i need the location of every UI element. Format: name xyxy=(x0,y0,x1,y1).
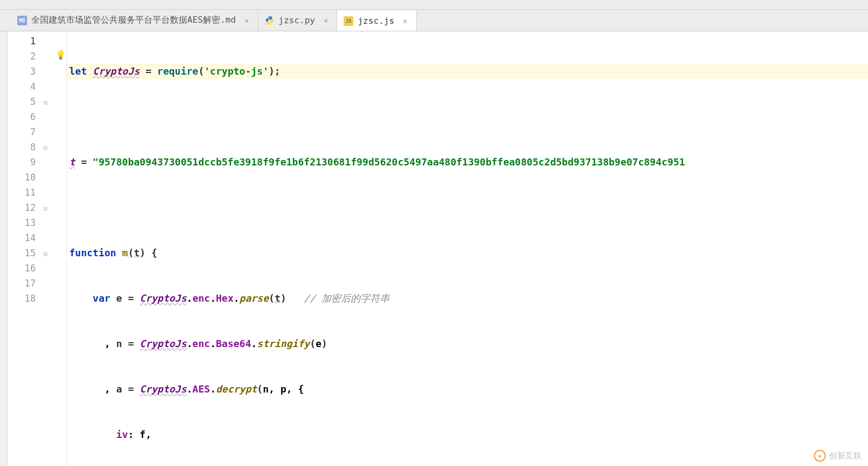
top-toolbar xyxy=(0,0,868,10)
line-number[interactable]: 12 xyxy=(8,200,40,215)
line-number[interactable]: 2 xyxy=(8,49,40,64)
line-number[interactable]: 4 xyxy=(8,79,40,94)
line-number[interactable]: 5 xyxy=(8,94,40,109)
line-number[interactable]: 15 xyxy=(8,245,40,261)
fold-marker-icon[interactable]: ⊟ xyxy=(42,201,49,208)
line-number[interactable]: 18 xyxy=(8,291,40,306)
line-number[interactable]: 8 xyxy=(8,139,40,155)
javascript-icon: JS xyxy=(344,16,353,26)
fold-marker-icon[interactable]: ⊟ xyxy=(42,247,49,253)
fold-marker-icon[interactable]: ⊟ xyxy=(42,141,49,147)
code-line xyxy=(67,109,868,124)
tab-label: 全国建筑市场监管公共服务平台平台数据AES解密.md xyxy=(31,15,236,26)
code-line: let CryptoJs = require('crypto-js'); xyxy=(67,64,868,79)
tabs-bar: MD 全国建筑市场监管公共服务平台平台数据AES解密.md × jzsc.py … xyxy=(0,10,868,31)
tab-md-file[interactable]: MD 全国建筑市场监管公共服务平台平台数据AES解密.md × xyxy=(11,10,258,31)
code-line: var e = CryptoJs.enc.Hex.parse(t) // 加密后… xyxy=(67,291,868,306)
intention-bulb-icon[interactable]: 💡 xyxy=(55,48,66,63)
line-number[interactable]: 9 xyxy=(8,155,40,170)
code-line: , n = CryptoJs.enc.Base64.stringify(e) xyxy=(67,336,868,351)
editor-container: 1 2 3 4 5 6 7 8 9 10 11 12 13 14 15 16 1… xyxy=(0,31,868,466)
close-icon[interactable]: × xyxy=(321,16,330,25)
line-number[interactable]: 7 xyxy=(8,124,40,139)
markdown-icon: MD xyxy=(17,16,27,25)
code-line: iv: f, xyxy=(67,427,868,442)
line-number[interactable]: 14 xyxy=(8,230,40,245)
code-line: , a = CryptoJs.AES.decrypt(n, p, { xyxy=(67,382,868,397)
code-line xyxy=(67,200,868,215)
code-line: function m(t) { xyxy=(67,245,868,261)
line-number[interactable]: 16 xyxy=(8,261,40,276)
watermark-text: 创新互联 xyxy=(829,451,862,461)
close-icon[interactable]: × xyxy=(242,16,251,25)
line-number[interactable]: 1 xyxy=(8,34,40,49)
line-number[interactable]: 3 xyxy=(8,64,40,79)
line-number[interactable]: 11 xyxy=(8,185,40,200)
line-number[interactable]: 10 xyxy=(8,170,40,185)
code-line: t = "95780ba0943730051dccb5fe3918f9fe1b6… xyxy=(67,155,868,170)
line-number-gutter: 1 2 3 4 5 6 7 8 9 10 11 12 13 14 15 16 1… xyxy=(8,31,40,466)
code-editor[interactable]: let CryptoJs = require('crypto-js'); t =… xyxy=(67,31,868,466)
watermark-icon: ✶ xyxy=(814,450,826,462)
tab-label: jzsc.js xyxy=(358,16,394,26)
python-icon xyxy=(265,16,274,25)
fold-gutter: 💡 ⊟ ⊟ ⊟ ⊟ xyxy=(40,31,67,466)
line-number[interactable]: 13 xyxy=(8,215,40,230)
tab-js-file[interactable]: JS jzsc.js × xyxy=(337,10,416,31)
fold-marker-icon[interactable]: ⊟ xyxy=(42,95,49,102)
watermark: ✶ 创新互联 xyxy=(814,450,862,462)
left-panel[interactable] xyxy=(0,31,8,466)
line-number[interactable]: 6 xyxy=(8,109,40,124)
tab-py-file[interactable]: jzsc.py × xyxy=(258,10,337,31)
line-number[interactable]: 17 xyxy=(8,276,40,291)
tab-label: jzsc.py xyxy=(279,15,315,25)
close-icon[interactable]: × xyxy=(401,17,410,25)
